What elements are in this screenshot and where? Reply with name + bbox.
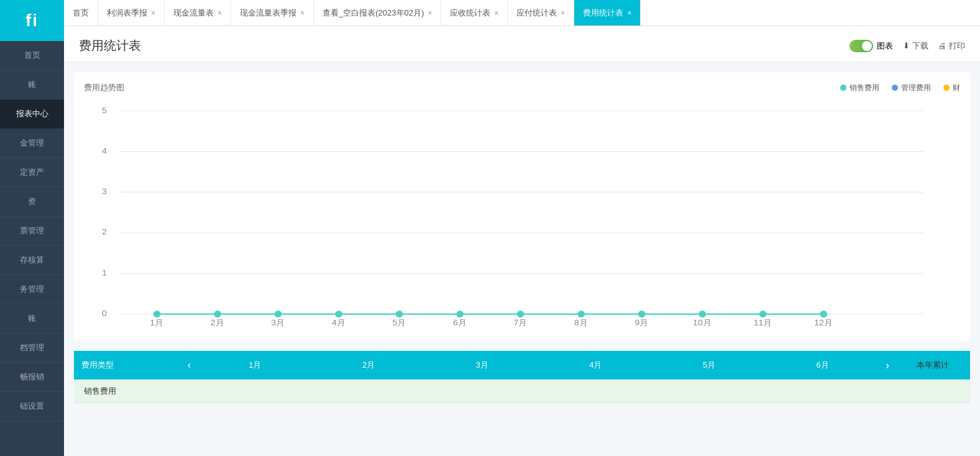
table-cell-m2 — [314, 386, 431, 396]
table-cell-m3 — [431, 386, 547, 396]
tab-cashflow-close[interactable]: × — [218, 9, 222, 17]
svg-point-26 — [275, 310, 282, 317]
tab-receivable[interactable]: 应收统计表 × — [441, 0, 508, 26]
tab-expense-stats[interactable]: 费用统计表 × — [574, 0, 641, 26]
svg-point-34 — [759, 310, 767, 317]
table-header-type-label: 费用类型 — [81, 360, 114, 371]
sidebar-item-investment[interactable]: 资 — [0, 187, 64, 216]
tab-blank-report[interactable]: 查看_空白报表(2023年02月) × — [314, 0, 441, 26]
sidebar-item-archive-mgmt[interactable]: 档管理 — [0, 333, 64, 363]
table-cell-m5 — [663, 386, 779, 396]
sidebar-item-ledger[interactable]: 账 — [0, 304, 64, 333]
svg-text:11月: 11月 — [754, 319, 772, 327]
svg-text:3: 3 — [102, 187, 107, 196]
table-header-month-6: 6月 — [766, 360, 879, 371]
svg-text:3月: 3月 — [271, 319, 285, 327]
tab-bar: 首页 利润表季报 × 现金流量表 × 现金流量表季报 × 查看_空白报表(202… — [64, 0, 980, 26]
tab-cashflow-quarterly[interactable]: 现金流量表季报 × — [231, 0, 314, 26]
legend-finance-dot — [943, 85, 950, 91]
tab-profit-quarterly[interactable]: 利润表季报 × — [98, 0, 165, 26]
table-header-month-5: 5月 — [653, 360, 766, 371]
sidebar-item-service-mgmt[interactable]: 务管理 — [0, 275, 64, 304]
tab-cashflow[interactable]: 现金流量表 × — [165, 0, 231, 26]
table-header-month-4: 4月 — [539, 360, 653, 371]
tab-blank-report-label: 查看_空白报表(2023年02月) — [323, 7, 424, 19]
svg-point-27 — [335, 310, 342, 317]
table-cell-m6 — [779, 386, 895, 396]
legend-sales-dot — [840, 85, 846, 91]
svg-point-28 — [396, 310, 403, 317]
download-button[interactable]: ⬇ 下载 — [903, 40, 928, 52]
table-cell-m4 — [547, 386, 663, 396]
svg-text:12月: 12月 — [814, 319, 833, 327]
legend-finance-label: 财 — [953, 83, 960, 93]
tab-payable-label: 应付统计表 — [516, 7, 557, 19]
sidebar-item-expense[interactable]: 畅报销 — [0, 363, 64, 392]
svg-point-24 — [153, 310, 161, 317]
chart-toggle[interactable] — [849, 40, 873, 52]
svg-text:2: 2 — [102, 228, 107, 236]
svg-point-25 — [214, 310, 221, 317]
sidebar-item-basic-settings[interactable]: 础设置 — [0, 392, 64, 421]
table-prev-arrow[interactable]: ‹ — [188, 360, 191, 371]
chart-toggle-wrap: 图表 — [849, 40, 893, 52]
chart-section: 费用趋势图 销售费用 管理费用 财 — [74, 72, 970, 341]
tab-cashflow-quarterly-label: 现金流量表季报 — [240, 7, 296, 19]
tab-payable-close[interactable]: × — [561, 9, 565, 17]
legend-admin: 管理费用 — [892, 83, 931, 93]
svg-point-31 — [577, 310, 585, 317]
table-header-type: 费用类型 ‹ — [74, 360, 198, 371]
download-icon: ⬇ — [903, 41, 910, 50]
svg-text:4: 4 — [102, 146, 107, 155]
tab-home[interactable]: 首页 — [64, 0, 98, 26]
table-next-arrow[interactable]: › — [879, 359, 895, 372]
page-content: 费用统计表 图表 ⬇ 下载 🖨 打印 费用趋势图 — [64, 26, 980, 456]
sidebar-item-fixed-assets[interactable]: 定资产 — [0, 158, 64, 187]
svg-text:5月: 5月 — [392, 319, 406, 327]
svg-text:2月: 2月 — [211, 319, 224, 327]
tab-cashflow-quarterly-close[interactable]: × — [300, 9, 305, 17]
sidebar-item-account[interactable]: 账 — [0, 70, 64, 100]
app-logo: fi — [0, 0, 64, 41]
download-label: 下载 — [912, 40, 928, 52]
tab-blank-report-close[interactable]: × — [428, 9, 432, 17]
svg-text:4月: 4月 — [332, 319, 346, 327]
table-cell-m1 — [198, 386, 314, 396]
sidebar: fi 首页 账 报表中心 金管理 定资产 资 票管理 存核算 务管理 账 档管理… — [0, 0, 64, 456]
table-header-row: 费用类型 ‹ 1月 2月 3月 4月 5月 6月 › 本年累计 — [74, 351, 970, 379]
chart-svg: 5 4 3 2 1 0 1月 2月 3月 — [84, 101, 960, 331]
tab-receivable-close[interactable]: × — [494, 9, 498, 17]
print-button[interactable]: 🖨 打印 — [938, 40, 965, 52]
chart-toggle-label: 图表 — [877, 40, 893, 52]
svg-text:7月: 7月 — [513, 319, 527, 327]
page-title: 费用统计表 — [79, 37, 141, 54]
main-area: 首页 利润表季报 × 现金流量表 × 现金流量表季报 × 查看_空白报表(202… — [64, 0, 980, 456]
chart-legend: 销售费用 管理费用 财 — [840, 83, 960, 93]
print-label: 打印 — [949, 40, 965, 52]
table-cell-type: 销售费用 — [74, 381, 198, 402]
table-header-month-3: 3月 — [425, 360, 539, 371]
svg-text:1月: 1月 — [150, 319, 163, 327]
tab-receivable-label: 应收统计表 — [450, 7, 490, 19]
svg-point-32 — [638, 310, 646, 317]
sidebar-item-inventory[interactable]: 存核算 — [0, 246, 64, 275]
page-header: 费用统计表 图表 ⬇ 下载 🖨 打印 — [64, 26, 980, 62]
chart-container: 5 4 3 2 1 0 1月 2月 3月 — [84, 101, 960, 331]
tab-home-label: 首页 — [73, 7, 89, 19]
tab-expense-stats-label: 费用统计表 — [583, 7, 623, 19]
svg-text:10月: 10月 — [693, 319, 712, 327]
tab-cashflow-label: 现金流量表 — [173, 7, 214, 19]
tab-payable[interactable]: 应付统计表 × — [508, 0, 574, 26]
tab-expense-stats-close[interactable]: × — [627, 9, 631, 17]
tab-profit-quarterly-label: 利润表季报 — [107, 7, 147, 19]
svg-point-33 — [698, 310, 706, 317]
page-actions: 图表 ⬇ 下载 🖨 打印 — [849, 40, 965, 52]
sidebar-item-fund-mgmt[interactable]: 金管理 — [0, 129, 64, 158]
sidebar-item-bill-mgmt[interactable]: 票管理 — [0, 216, 64, 246]
chart-title: 费用趋势图 — [84, 82, 124, 93]
tab-profit-quarterly-close[interactable]: × — [151, 9, 155, 17]
legend-sales-label: 销售费用 — [849, 83, 879, 93]
legend-sales: 销售费用 — [840, 83, 879, 93]
sidebar-item-report-center[interactable]: 报表中心 — [0, 100, 64, 129]
sidebar-item-home[interactable]: 首页 — [0, 41, 64, 70]
